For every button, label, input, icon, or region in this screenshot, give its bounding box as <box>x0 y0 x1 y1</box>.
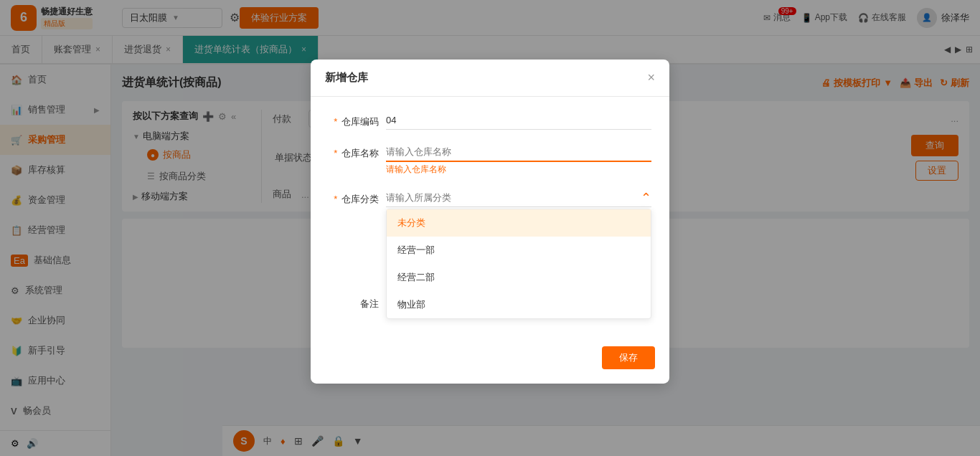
category-dropdown: 未分类 经营一部 经营二部 物业部 <box>386 209 651 319</box>
warehouse-name-input[interactable] <box>386 143 651 162</box>
required-star: * <box>334 116 337 127</box>
warehouse-code-input[interactable] <box>386 111 651 130</box>
category-input-row: ⌃ <box>386 189 651 207</box>
dropdown-item-2[interactable]: 经营二部 <box>387 264 651 291</box>
required-star-3: * <box>334 194 337 204</box>
dropdown-item-3[interactable]: 物业部 <box>387 291 651 318</box>
form-row-name: * 仓库名称 请输入仓库名称 <box>329 143 651 176</box>
dropdown-item-0[interactable]: 未分类 <box>387 209 651 237</box>
notes-label: 备注 <box>329 293 386 310</box>
modal-close-btn[interactable]: × <box>647 70 655 85</box>
name-label: * 仓库名称 <box>329 143 386 160</box>
name-error-msg: 请输入仓库名称 <box>386 163 651 176</box>
category-label: * 仓库分类 <box>329 189 386 206</box>
category-input-wrap: ⌃ 未分类 经营一部 经营二部 物业部 <box>386 189 651 207</box>
warehouse-category-label-text: 仓库分类 <box>341 194 379 204</box>
form-row-code: * 仓库编码 <box>329 111 651 130</box>
warehouse-code-label-text: 仓库编码 <box>341 116 379 127</box>
save-button[interactable]: 保存 <box>602 346 655 369</box>
form-row-category: * 仓库分类 ⌃ 未分类 经营一部 经营二部 物业部 <box>329 189 651 207</box>
code-label: * 仓库编码 <box>329 111 386 128</box>
dropdown-item-1[interactable]: 经营一部 <box>387 237 651 264</box>
modal-title: 新增仓库 <box>325 71 368 85</box>
warehouse-category-input[interactable] <box>386 189 641 206</box>
name-input-wrap: 请输入仓库名称 <box>386 143 651 176</box>
notes-label-text: 备注 <box>360 298 379 309</box>
category-toggle-icon[interactable]: ⌃ <box>641 189 651 205</box>
modal-dialog: 新增仓库 × * 仓库编码 * 仓库名称 请输入仓库名称 <box>311 60 669 384</box>
code-input-wrap <box>386 111 651 130</box>
warehouse-name-label-text: 仓库名称 <box>341 148 379 158</box>
modal-body: * 仓库编码 * 仓库名称 请输入仓库名称 * 仓库分类 <box>311 97 669 339</box>
modal-footer: 保存 <box>311 339 669 384</box>
modal-header: 新增仓库 × <box>311 60 669 97</box>
required-star-2: * <box>334 148 337 158</box>
